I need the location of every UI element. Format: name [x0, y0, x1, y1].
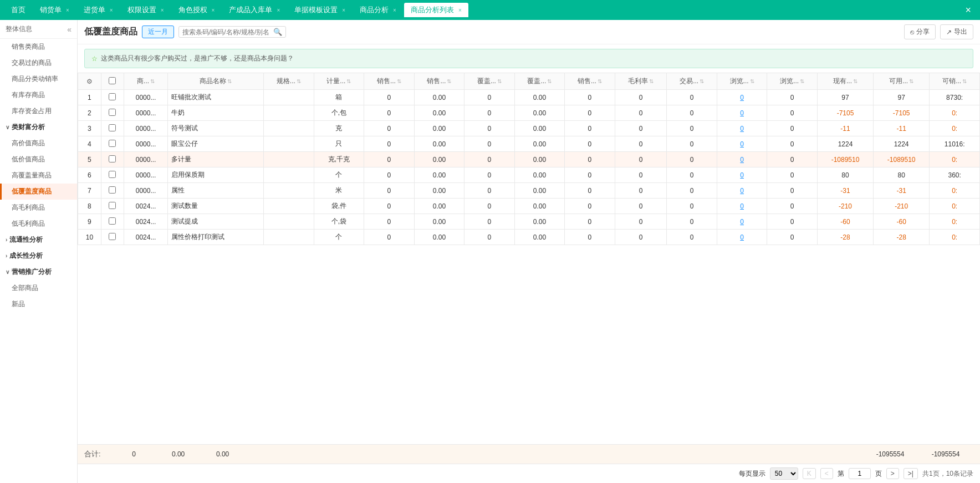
row-checkbox[interactable] — [101, 136, 124, 152]
page-number-input[interactable] — [849, 468, 871, 479]
row-checkbox[interactable] — [101, 90, 124, 105]
row-select-checkbox[interactable] — [109, 124, 116, 131]
row-checkbox[interactable] — [101, 121, 124, 136]
sidebar-section-liquidity[interactable]: › 流通性分析 — [0, 232, 77, 248]
row-no: 2 — [78, 105, 101, 121]
close-icon[interactable]: × — [277, 7, 280, 13]
search-input[interactable] — [182, 28, 271, 36]
th-browse1[interactable]: 浏览...⇅ — [717, 73, 767, 90]
th-spec[interactable]: 规格...⇅ — [264, 73, 314, 90]
th-available-stock[interactable]: 可用...⇅ — [874, 73, 930, 90]
close-icon[interactable]: × — [212, 7, 215, 13]
prev-page-button[interactable]: < — [820, 468, 833, 479]
th-gear[interactable]: ⚙ — [78, 73, 101, 90]
nav-purchase[interactable]: 进货单 × — [77, 3, 120, 17]
th-saleable-stock[interactable]: 可销...⇅ — [930, 73, 980, 90]
th-cov1[interactable]: 覆盖...⇅ — [465, 73, 515, 90]
nav-permission[interactable]: 权限设置 × — [121, 3, 171, 17]
close-icon[interactable]: × — [393, 7, 396, 13]
row-browse1[interactable]: 0 — [717, 152, 767, 167]
sidebar-item-low-profit[interactable]: 低毛利商品 — [0, 216, 77, 232]
row-browse1[interactable]: 0 — [717, 105, 767, 121]
sidebar-item-low-value[interactable]: 低价值商品 — [0, 151, 77, 167]
row-spec — [264, 152, 314, 167]
row-browse1[interactable]: 0 — [717, 183, 767, 199]
close-icon[interactable]: × — [161, 7, 164, 13]
window-close-button[interactable]: × — [961, 4, 976, 16]
nav-template[interactable]: 单据模板设置 × — [288, 3, 352, 17]
sidebar-item-stock-goods[interactable]: 有库存商品 — [0, 87, 77, 103]
sidebar-section-marketing[interactable]: ∨ 营销推广分析 — [0, 264, 77, 280]
nav-product-warehouse[interactable]: 产成品入库单 × — [222, 3, 287, 17]
row-checkbox[interactable] — [101, 167, 124, 183]
row-checkbox[interactable] — [101, 214, 124, 230]
row-spec — [264, 136, 314, 152]
row-checkbox[interactable] — [101, 105, 124, 121]
nav-goods-analysis[interactable]: 商品分析 × — [353, 3, 403, 17]
nav-goods-analysis-list[interactable]: 商品分析列表 × — [404, 3, 468, 17]
th-unit[interactable]: 计量...⇅ — [314, 73, 364, 90]
sidebar-item-new-goods[interactable]: 新品 — [0, 296, 77, 312]
close-icon[interactable]: × — [342, 7, 345, 13]
row-browse1[interactable]: 0 — [717, 121, 767, 136]
sidebar-section-wealth[interactable]: ∨ 类财富分析 — [0, 119, 77, 135]
row-select-checkbox[interactable] — [109, 140, 116, 147]
row-checkbox[interactable] — [101, 183, 124, 199]
row-select-checkbox[interactable] — [109, 186, 116, 194]
th-sales-qty[interactable]: 销售...⇅ — [364, 73, 415, 90]
th-trade[interactable]: 交易...⇅ — [667, 73, 717, 90]
sidebar-item-category-rate[interactable]: 商品分类动销率 — [0, 71, 77, 87]
row-browse1[interactable]: 0 — [717, 90, 767, 105]
sidebar-section-growth[interactable]: › 成长性分析 — [0, 248, 77, 264]
th-gross-rate[interactable]: 毛利率⇅ — [615, 73, 667, 90]
row-select-checkbox[interactable] — [109, 171, 116, 178]
export-button[interactable]: ↗ 导出 — [940, 24, 973, 39]
row-browse1[interactable]: 0 — [717, 199, 767, 214]
th-current-stock[interactable]: 现有...⇅ — [817, 73, 873, 90]
row-browse1[interactable]: 0 — [717, 136, 767, 152]
row-select-checkbox[interactable] — [109, 217, 116, 225]
sidebar-item-sales-goods[interactable]: 销售类商品 — [0, 39, 77, 55]
th-checkbox[interactable] — [101, 73, 124, 90]
th-sales-data[interactable]: 销售...⇅ — [565, 73, 615, 90]
close-icon[interactable]: × — [66, 7, 69, 13]
nav-role[interactable]: 角色授权 × — [172, 3, 222, 17]
row-browse1[interactable]: 0 — [717, 167, 767, 183]
th-name[interactable]: 商品名称⇅ — [168, 73, 264, 90]
sidebar-item-high-value[interactable]: 高价值商品 — [0, 135, 77, 151]
search-icon[interactable]: 🔍 — [273, 28, 282, 36]
share-button[interactable]: ⎋ 分享 — [904, 24, 936, 39]
row-select-checkbox[interactable] — [109, 155, 116, 162]
th-code[interactable]: 商...⇅ — [124, 73, 168, 90]
sidebar-collapse-button[interactable]: « — [67, 25, 72, 34]
next-page-button[interactable]: > — [886, 468, 899, 479]
th-sales-amt[interactable]: 销售...⇅ — [414, 73, 465, 90]
nav-home[interactable]: 首页 — [4, 3, 32, 17]
row-select-checkbox[interactable] — [109, 202, 116, 209]
close-icon[interactable]: × — [110, 7, 113, 13]
row-select-checkbox[interactable] — [109, 109, 116, 116]
nav-sales[interactable]: 销货单 × — [33, 3, 76, 17]
last-page-button[interactable]: >| — [904, 468, 918, 479]
per-page-select[interactable]: 50 100 200 — [770, 467, 798, 480]
row-browse1[interactable]: 0 — [717, 230, 767, 245]
first-page-button[interactable]: K — [803, 468, 816, 479]
row-browse1[interactable]: 0 — [717, 214, 767, 230]
sidebar-item-low-coverage[interactable]: 低覆盖度商品 — [0, 184, 77, 200]
select-all-checkbox[interactable] — [109, 77, 116, 84]
time-filter-recent-month[interactable]: 近一月 — [142, 26, 174, 38]
close-icon[interactable]: × — [458, 7, 462, 13]
sidebar-item-high-coverage[interactable]: 高覆盖量商品 — [0, 167, 77, 184]
row-checkbox[interactable] — [101, 152, 124, 167]
sidebar-item-all-goods[interactable]: 全部商品 — [0, 280, 77, 296]
row-select-checkbox[interactable] — [109, 93, 116, 100]
th-browse2[interactable]: 浏览...⇅ — [767, 73, 818, 90]
row-checkbox[interactable] — [101, 230, 124, 245]
row-checkbox[interactable] — [101, 199, 124, 214]
sidebar-item-capital[interactable]: 库存资金占用 — [0, 103, 77, 119]
sidebar-item-high-profit[interactable]: 高毛利商品 — [0, 200, 77, 216]
sidebar-item-traded-goods[interactable]: 交易过的商品 — [0, 55, 77, 71]
sort-icon: ⇅ — [346, 79, 351, 84]
row-select-checkbox[interactable] — [109, 233, 116, 240]
th-cov2[interactable]: 覆盖...⇅ — [514, 73, 565, 90]
